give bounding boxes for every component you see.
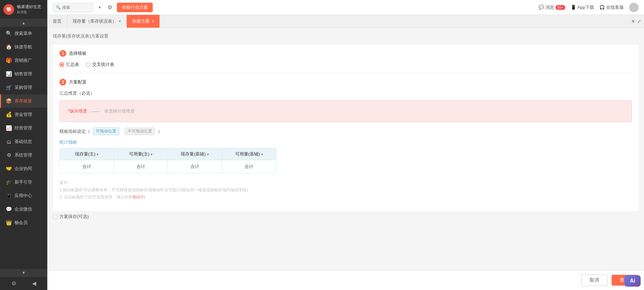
tab-inventory-status-label: 现存量（库存状况表） xyxy=(73,18,117,24)
sidebar-item-label: 采购管理 xyxy=(15,84,32,91)
home-icon: 🏠 xyxy=(6,44,12,50)
sidebar-item-shortcut[interactable]: 🏠 快捷导航 xyxy=(0,40,47,54)
stats-col-header-2[interactable]: 现存量(基辅) ▾ xyxy=(168,148,222,160)
tab-inventory-status[interactable]: 现存量（库存状况表） × xyxy=(67,15,127,28)
sidebar-item-marketing[interactable]: 🎁 营销推广 xyxy=(0,54,47,67)
headset-icon: 🎧 xyxy=(599,5,605,10)
dimension-box[interactable]: *纵向维度 —— 请选择分组维度 xyxy=(59,100,632,122)
sidebar-logo: 畅 畅康通好生意 标准版 xyxy=(0,0,47,19)
tab-close-all-button[interactable]: ✕ xyxy=(631,19,635,24)
stats-col-body-2: 合计 xyxy=(168,160,222,173)
tab-new-scheme[interactable]: 新建方案 × xyxy=(127,15,160,28)
mobile-icon: 📱 xyxy=(6,193,12,199)
sidebar-item-label: 资金管理 xyxy=(15,112,32,118)
topbar-message[interactable]: 💬 消息 99+ xyxy=(539,4,565,10)
sidebar-item-member[interactable]: 👑 畅会员 xyxy=(0,216,47,229)
stats-col-header-0[interactable]: 现存量(主) ▾ xyxy=(60,148,114,160)
stats-col-body-1: 合计 xyxy=(114,160,168,173)
service-label: 在线客服 xyxy=(606,4,624,10)
stats-col-body-3: 合计 xyxy=(222,160,276,173)
stats-col-header-1[interactable]: 可用量(主) ▾ xyxy=(114,148,168,160)
indicator-settings-label: 模板指标设定（ 可拖动位置 不可拖动位置 ） xyxy=(59,127,632,135)
radio-summary-circle xyxy=(59,62,64,67)
main-area: 🔍 ▾ ⚙ 体验行业方案 💬 消息 99+ 📱 App下载 🎧 在线客服 xyxy=(47,0,644,290)
topbar-online-service[interactable]: 🎧 在线客服 xyxy=(599,4,624,10)
app-name: 畅康通好生意 xyxy=(17,4,41,10)
save-scheme-row: 方案保存(可选) xyxy=(53,214,639,220)
tips-section: 提示： 1.拖动标题栏可以调整布局，不可跨维度或指标区域拖动栏目字段(只能在同一… xyxy=(59,180,632,200)
gift-icon: 🎁 xyxy=(6,57,12,64)
user-avatar[interactable] xyxy=(629,3,639,12)
sidebar-collapse-icon[interactable]: ◀ xyxy=(32,280,36,287)
sidebar-item-finance[interactable]: 💰 资金管理 xyxy=(0,108,47,121)
radio-cross[interactable]: 交叉统计表 xyxy=(86,62,114,68)
sidebar-item-label: 基础信息 xyxy=(15,139,32,145)
sidebar-item-purchase[interactable]: 🛒 采购管理 xyxy=(0,81,47,94)
stats-table: 现存量(主) ▾ 合计 可用量(主) ▾ 合计 xyxy=(59,148,276,173)
sidebar-item-business[interactable]: 📈 经营管理 xyxy=(0,121,47,135)
app-label: App下载 xyxy=(577,4,594,10)
stats-col-header-3[interactable]: 可用量(基辅) ▾ xyxy=(222,148,276,160)
stats-table-header: 现存量(主) ▾ 合计 可用量(主) ▾ 合计 xyxy=(60,148,276,173)
topbar-gear-icon[interactable]: ⚙ xyxy=(106,3,114,12)
sidebar-item-system[interactable]: ⚙ 系统管理 xyxy=(0,148,47,162)
dimension-vertical-label: *纵向维度 xyxy=(68,108,87,114)
tab-expand-button[interactable]: ⤢ xyxy=(637,19,641,24)
topbar-dropdown-button[interactable]: ▾ xyxy=(97,4,103,10)
sidebar-item-label: 企业协同 xyxy=(15,166,32,172)
sidebar-item-label: 新手引导 xyxy=(15,179,32,185)
sidebar-item-basic[interactable]: 🗂 基础信息 xyxy=(0,135,47,148)
sidebar-item-apps[interactable]: 📱 应用中心 xyxy=(0,189,47,202)
stats-col-1: 可用量(主) ▾ 合计 xyxy=(114,148,168,173)
search-input[interactable] xyxy=(62,5,89,10)
gear-icon: ⚙ xyxy=(6,152,12,158)
step2-badge: 2 xyxy=(59,79,66,86)
sidebar-settings-icon[interactable]: ⚙ xyxy=(11,280,16,287)
tabs-bar: 首页 现存量（库存状况表） × 新建方案 × ✕ ⤢ xyxy=(47,15,644,28)
topbar-search-box[interactable]: 🔍 xyxy=(53,3,93,12)
sidebar-item-company[interactable]: 🤝 企业协同 xyxy=(0,162,47,175)
footer-bar: 取消 查询 xyxy=(47,270,644,290)
sidebar-scroll-down[interactable]: ▼ xyxy=(0,269,47,276)
message-icon: 💬 xyxy=(539,5,544,10)
page-title: 现存量(库存状况表)方案设置 xyxy=(53,33,639,39)
tips-title: 提示： xyxy=(59,180,632,186)
ai-fab-button[interactable]: Ai xyxy=(624,275,641,287)
tab-home[interactable]: 首页 xyxy=(47,15,67,28)
sidebar-item-inventory[interactable]: 📦 库存核算 xyxy=(0,94,47,108)
app-edition: 标准版 xyxy=(17,10,41,15)
sidebar-item-search[interactable]: 🔍 搜索菜单 xyxy=(0,27,47,40)
stats-col-header-label-0: 现存量(主) xyxy=(75,151,96,157)
stats-col-header-label-3: 可用量(基辅) xyxy=(235,151,260,157)
tab-inventory-status-close[interactable]: × xyxy=(119,19,121,24)
dimension-placeholder: 请选择分组维度 xyxy=(104,108,135,114)
sidebar-scroll-up[interactable]: ▲ xyxy=(0,19,47,27)
sidebar-item-label: 畅会员 xyxy=(15,220,28,226)
sidebar: 畅 畅康通好生意 标准版 ▲ 🔍 搜索菜单 🏠 快捷导航 🎁 营销推广 📊 销售… xyxy=(0,0,47,290)
radio-summary[interactable]: 汇总表 xyxy=(59,62,79,68)
tip-highlight: 删除列 xyxy=(133,195,145,199)
save-scheme-checkbox[interactable] xyxy=(53,214,57,219)
sidebar-item-label: 企业微信 xyxy=(15,206,32,212)
indicator-end: ） xyxy=(158,128,162,135)
cancel-button[interactable]: 取消 xyxy=(581,274,608,286)
sidebar-item-label: 系统管理 xyxy=(15,152,32,158)
step1-section: 1 选择模板 汇总表 交叉统计表 2 方案配置 汇总维度（必选） xyxy=(53,45,639,211)
stats-col-0: 现存量(主) ▾ 合计 xyxy=(60,148,114,173)
chevron-down-icon-3: ▾ xyxy=(261,152,263,156)
stats-col-body-0: 合计 xyxy=(60,160,114,173)
trial-industry-button[interactable]: 体验行业方案 xyxy=(117,3,153,12)
stats-section-label: 统计指标 xyxy=(59,139,632,145)
tab-new-scheme-close[interactable]: × xyxy=(152,19,154,24)
chevron-down-icon-0: ▾ xyxy=(97,152,98,156)
tip-text-0: 1.拖动标题栏可以调整布局，不可跨维度或指标区域拖动栏目字段(只能在同一维度或指… xyxy=(59,188,248,192)
topbar-app-download[interactable]: 📱 App下载 xyxy=(571,4,594,10)
sidebar-item-newbie[interactable]: 🎓 新手引导 xyxy=(0,175,47,189)
stats-col-3: 可用量(基辅) ▾ 合计 xyxy=(222,148,276,173)
sidebar-item-sales[interactable]: 📊 销售管理 xyxy=(0,67,47,81)
sidebar-item-label: 营销推广 xyxy=(15,57,32,64)
sidebar-footer: ⚙ ◀ xyxy=(0,276,47,290)
sidebar-item-wechat[interactable]: 💬 企业微信 xyxy=(0,202,47,216)
topbar-right: 💬 消息 99+ 📱 App下载 🎧 在线客服 xyxy=(539,3,639,12)
chevron-down-icon-2: ▾ xyxy=(207,152,209,156)
